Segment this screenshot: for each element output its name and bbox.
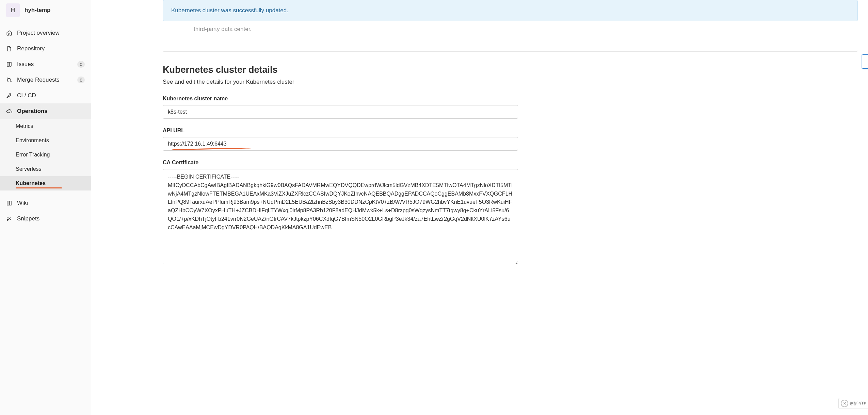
issues-badge: 0 — [77, 61, 85, 68]
sub-nav-metrics[interactable]: Metrics — [0, 119, 91, 133]
sub-nav-label: Serverless — [16, 166, 42, 172]
sub-nav-serverless[interactable]: Serverless — [0, 162, 91, 176]
cluster-name-input[interactable] — [163, 105, 518, 119]
svg-point-6 — [7, 217, 8, 218]
ca-certificate-label: CA Certificate — [163, 160, 858, 166]
form-group-ca-certificate: CA Certificate — [163, 160, 858, 266]
info-card-trailing: third-party data center. — [163, 21, 858, 52]
issues-icon — [6, 61, 12, 67]
sidebar-item-label: Wiki — [17, 200, 28, 206]
cluster-name-label: Kubernetes cluster name — [163, 96, 858, 102]
sidebar-item-issues[interactable]: Issues 0 — [0, 56, 91, 72]
svg-rect-0 — [7, 62, 9, 66]
sidebar-item-label: Repository — [17, 45, 45, 52]
sidebar-item-overview[interactable]: Project overview — [0, 25, 91, 41]
svg-rect-1 — [10, 62, 11, 66]
svg-point-3 — [7, 81, 8, 82]
sidebar-item-label: Merge Requests — [17, 77, 60, 83]
form-group-api-url: API URL — [163, 128, 858, 151]
nav-list: Project overview Repository Issues 0 — [0, 25, 91, 119]
svg-point-4 — [10, 81, 11, 82]
sub-nav-label: Environments — [16, 137, 49, 143]
section-subtitle: See and edit the details for your Kubern… — [163, 79, 858, 85]
alert-success: Kubernetes cluster was successfully upda… — [163, 0, 858, 21]
main-content: Kubernetes cluster was successfully upda… — [91, 0, 868, 415]
rocket-icon — [6, 93, 12, 99]
sidebar-item-snippets[interactable]: Snippets — [0, 211, 91, 227]
operations-sub-nav: Metrics Environments Error Tracking Serv… — [0, 119, 91, 190]
sidebar: H hyh-temp Project overview Repository — [0, 0, 91, 415]
svg-point-5 — [9, 112, 10, 113]
sub-nav-error-tracking[interactable]: Error Tracking — [0, 148, 91, 162]
scissors-icon — [6, 216, 12, 222]
sub-nav-label: Error Tracking — [16, 152, 50, 157]
sidebar-item-merge-requests[interactable]: Merge Requests 0 — [0, 72, 91, 88]
sidebar-item-ci-cd[interactable]: CI / CD — [0, 88, 91, 103]
book-icon — [6, 200, 12, 206]
sidebar-item-operations[interactable]: Operations — [0, 103, 91, 119]
sidebar-item-label: Project overview — [17, 30, 60, 36]
file-icon — [6, 46, 12, 52]
home-icon — [6, 30, 12, 36]
sub-nav-label: Kubernetes — [16, 180, 46, 186]
merge-requests-badge: 0 — [77, 77, 85, 83]
watermark-text: 创新互联 — [850, 401, 866, 406]
ca-certificate-textarea[interactable] — [163, 169, 518, 264]
sidebar-item-wiki[interactable]: Wiki — [0, 195, 91, 211]
project-avatar: H — [6, 3, 20, 17]
nav-list-bottom: Wiki Snippets — [0, 195, 91, 227]
svg-point-2 — [7, 78, 8, 79]
sub-nav-label: Metrics — [16, 123, 33, 129]
cloud-gear-icon — [6, 108, 12, 114]
annotation-underline — [16, 187, 62, 188]
sidebar-item-label: Operations — [17, 108, 48, 115]
sub-nav-environments[interactable]: Environments — [0, 133, 91, 148]
section-title: Kubernetes cluster details — [163, 65, 858, 75]
project-header[interactable]: H hyh-temp — [0, 0, 91, 20]
watermark-icon: ✕ — [841, 400, 848, 407]
svg-point-7 — [7, 219, 8, 220]
project-name: hyh-temp — [25, 7, 51, 14]
sub-nav-kubernetes[interactable]: Kubernetes — [0, 176, 91, 190]
sidebar-item-label: Snippets — [17, 215, 39, 222]
merge-icon — [6, 77, 12, 83]
form-group-cluster-name: Kubernetes cluster name — [163, 96, 858, 119]
side-collapse-button[interactable] — [862, 54, 868, 69]
sidebar-item-label: CI / CD — [17, 92, 36, 99]
sidebar-item-repository[interactable]: Repository — [0, 41, 91, 56]
api-url-label: API URL — [163, 128, 858, 134]
floating-watermark: ✕ 创新互联 — [838, 398, 868, 409]
alert-text: Kubernetes cluster was successfully upda… — [171, 7, 288, 14]
sidebar-item-label: Issues — [17, 61, 34, 68]
